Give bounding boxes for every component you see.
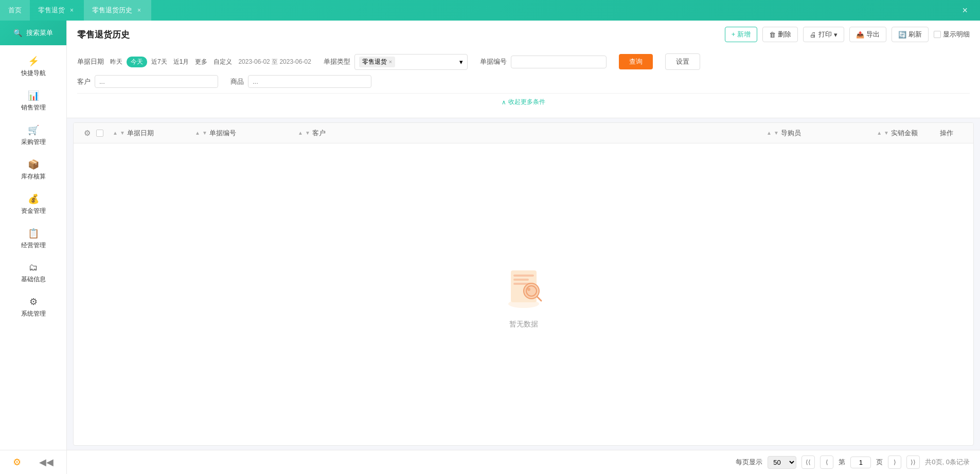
sidebar-nav: ⚡ 快捷导航 📊 销售管理 🛒 采购管理 📦 库存核算 💰 资金管理 📋 [0,45,66,450]
next-page-button[interactable]: ⟩ [888,455,901,469]
date-7days-btn[interactable]: 近7天 [149,57,169,67]
collapse-label: 收起更多条件 [508,98,545,106]
sidebar-item-operations[interactable]: 📋 经营管理 [0,222,66,256]
finance-icon: 💰 [28,193,39,205]
print-icon: 🖨 [810,31,816,39]
delete-icon: 🗑 [769,31,776,39]
print-button[interactable]: 🖨 打印 ▾ [803,27,844,42]
tab-home-label: 首页 [8,6,22,15]
number-filter-input[interactable] [511,56,607,68]
customer-filter-label: 客户 [77,77,91,86]
sidebar-item-finance[interactable]: 💰 资金管理 [0,187,66,222]
th-number-sort-asc: ▲ [195,130,200,136]
tab-retail-return-history-close[interactable]: × [135,6,143,15]
tab-retail-return-history[interactable]: 零售退货历史 × [84,0,151,21]
th-sort-desc-icon: ▼ [120,130,125,136]
type-tag-label: 零售退货 [362,58,387,66]
system-icon: ⚙ [29,296,38,307]
date-filter-buttons: 昨天 今天 近7天 近1月 更多 自定义 [108,57,234,67]
display-detail-label: 显示明细 [943,30,970,39]
query-button[interactable]: 查询 [619,54,653,69]
sidebar-settings-icon[interactable]: ⚙ [13,457,21,468]
page-header: 零售退货历史 + 新增 🗑 删除 🖨 打印 ▾ 📤 导出 [67,21,980,118]
print-label: 打印 [818,30,832,39]
type-tag-close[interactable]: × [389,59,392,65]
type-select-arrow: ▾ [459,58,463,66]
sidebar-item-basic-info[interactable]: 🗂 基础信息 [0,256,66,290]
goods-filter-group: 商品 [230,75,371,88]
toolbar-actions: + 新增 🗑 删除 🖨 打印 ▾ 📤 导出 🔄 [725,27,970,42]
th-amount-sort-asc: ▲ [877,130,882,136]
refresh-button[interactable]: 🔄 刷新 [892,27,929,42]
sidebar-volume-icon[interactable]: ◀◀ [39,457,54,468]
delete-button[interactable]: 🗑 删除 [762,27,798,42]
th-amount-label: 实销金额 [891,129,918,138]
filter-row-1: 单据日期 昨天 今天 近7天 近1月 更多 自定义 2023-06-02 至 2… [77,53,970,70]
sidebar-search-button[interactable]: 🔍 搜索菜单 [0,21,66,45]
first-page-button[interactable]: ⟨⟨ [801,455,815,469]
table-settings-cell: ⚙ [80,126,96,140]
th-actions-label: 操作 [940,129,953,137]
window-close-button[interactable]: × [958,3,972,18]
th-date[interactable]: ▲ ▼ 单据日期 [113,129,195,138]
display-detail-checkbox[interactable]: 显示明细 [934,30,970,39]
th-amount-sort-desc: ▼ [884,130,889,136]
per-page-label: 每页显示 [736,458,762,467]
date-yesterday-btn[interactable]: 昨天 [108,57,124,67]
sidebar-item-sales[interactable]: 📊 销售管理 [0,84,66,118]
export-button[interactable]: 📤 导出 [849,27,886,42]
th-number-label: 单据编号 [209,129,236,138]
th-guide-sort-asc: ▲ [767,130,772,136]
table-settings-button[interactable]: ⚙ [80,126,94,140]
date-range-display: 2023-06-02 至 2023-06-02 [238,58,311,66]
sales-label: 销售管理 [21,103,46,112]
delete-label: 删除 [778,30,791,39]
tab-retail-return[interactable]: 零售退货 × [30,0,84,21]
goods-filter-input[interactable] [248,75,371,88]
th-guide[interactable]: ▲ ▼ 导购员 [767,129,849,138]
sidebar-item-quick-nav[interactable]: ⚡ 快捷导航 [0,49,66,84]
number-filter-label: 单据编号 [480,57,507,66]
finance-label: 资金管理 [21,207,46,215]
purchase-icon: 🛒 [28,124,39,136]
total-info: 共0页, 0条记录 [925,458,970,467]
date-more-btn[interactable]: 更多 [193,57,209,67]
inventory-icon: 📦 [28,159,39,170]
prev-page-button[interactable]: ⟨ [820,455,833,469]
date-1month-btn[interactable]: 近1月 [171,57,191,67]
last-page-button[interactable]: ⟩⟩ [906,455,920,469]
th-customer[interactable]: ▲ ▼ 客户 [298,129,767,138]
date-today-btn[interactable]: 今天 [127,57,147,67]
empty-text: 暂无数据 [509,320,538,329]
main-layout: 🔍 搜索菜单 ⚡ 快捷导航 📊 销售管理 🛒 采购管理 📦 库存核算 💰 [0,21,980,474]
export-icon: 📤 [856,31,864,39]
empty-state: 暂无数据 [74,143,973,445]
type-filter-select[interactable]: 零售退货 × ▾ [354,54,468,70]
collapse-bar: ∧ 收起更多条件 [77,93,970,113]
operations-icon: 📋 [28,228,39,239]
system-label: 系统管理 [21,309,46,318]
sales-icon: 📊 [28,90,39,101]
tab-home[interactable]: 首页 [0,0,30,21]
collapse-up-icon: ∧ [502,99,506,106]
type-filter-group: 单据类型 零售退货 × ▾ [324,54,468,70]
settings-button[interactable]: 设置 [665,53,700,70]
sidebar-item-inventory[interactable]: 📦 库存核算 [0,153,66,187]
tab-retail-return-close[interactable]: × [68,6,76,15]
sidebar-search-label: 搜索菜单 [26,28,53,38]
page-number-input[interactable] [850,457,871,468]
table-header: ⚙ ▲ ▼ 单据日期 ▲ ▼ 单据编号 ▲ ▼ 客户 [74,123,973,143]
th-customer-sort-asc: ▲ [298,130,303,136]
th-amount[interactable]: ▲ ▼ 实销金额 [849,129,926,138]
table-select-all-checkbox[interactable] [96,130,103,137]
customer-filter-input[interactable] [95,75,218,88]
sidebar-item-system[interactable]: ⚙ 系统管理 [0,290,66,324]
sidebar-item-purchase[interactable]: 🛒 采购管理 [0,118,66,153]
collapse-button[interactable]: ∧ 收起更多条件 [77,96,970,108]
filter-row-2: 客户 商品 [77,75,970,88]
basic-info-label: 基础信息 [21,275,46,284]
new-button[interactable]: + 新增 [725,27,757,42]
per-page-select[interactable]: 50 100 200 [768,456,796,469]
th-number[interactable]: ▲ ▼ 单据编号 [195,129,298,138]
date-custom-btn[interactable]: 自定义 [211,57,234,67]
